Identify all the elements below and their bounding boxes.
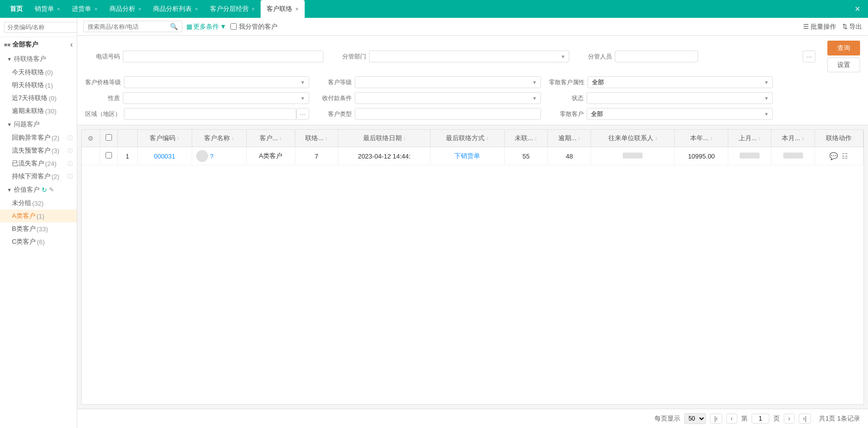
sidebar-search-input[interactable] [4, 22, 77, 33]
retail-customer-select[interactable]: 全部 [587, 108, 773, 120]
help-icon-abnormal: ⓘ [67, 134, 73, 142]
nav-item-goods-analysis-list[interactable]: 商品分析列表 × [147, 0, 204, 18]
area-input[interactable] [124, 108, 296, 120]
page-input[interactable] [752, 414, 769, 424]
my-customers-checkbox[interactable] [230, 23, 237, 30]
sidebar-item-a-class[interactable]: A类客户 (1) [0, 210, 77, 222]
sort-this-month-icon[interactable]: ↕ [802, 136, 804, 141]
sort-last-month-icon[interactable]: ↕ [759, 136, 761, 141]
select-all-checkbox[interactable] [106, 134, 112, 141]
help-icon-churned: ⓘ [67, 160, 73, 167]
per-page-select[interactable]: 50 [684, 413, 706, 424]
refresh-icon[interactable]: ↻ [42, 186, 47, 194]
export-button[interactable]: ⇅ 导出 [842, 22, 862, 31]
sidebar-collapse-btn[interactable]: ‹ [70, 40, 73, 49]
filter-retail-attr: 零散客户属性 全部 ▼ [549, 76, 773, 88]
nature-select-wrapper: ▼ [123, 92, 309, 104]
customer-code-link[interactable]: 000031 [154, 153, 175, 160]
sidebar-item-tomorrow-contact[interactable]: 明天待联络 (1) [0, 79, 77, 92]
search-input[interactable] [88, 23, 170, 30]
retail-customer-select-wrapper: 全部 ▼ [587, 108, 773, 120]
sort-name-icon[interactable]: ↕ [231, 136, 234, 141]
prev-page-btn[interactable]: ‹ [726, 414, 737, 424]
close-purchase-tab[interactable]: × [94, 6, 97, 12]
sidebar-item-today-contact[interactable]: 今天待联络 (0) [0, 66, 77, 79]
query-button[interactable]: 查询 [827, 41, 860, 55]
status-select[interactable] [587, 92, 773, 104]
sidebar-item-overdue-contact[interactable]: 逾期未联络 (30) [0, 105, 77, 117]
nav-item-home[interactable]: 首页 [4, 0, 29, 18]
nature-select[interactable] [123, 92, 309, 104]
pending-contact-group[interactable]: ▼ 待联络客户 [0, 52, 77, 66]
close-customer-contact-tab[interactable]: × [295, 6, 298, 12]
sort-contact-icon[interactable]: ↕ [325, 136, 327, 141]
row-last-month-cell [728, 147, 771, 165]
sidebar-item-b-class[interactable]: B类客户 (33) [0, 222, 77, 235]
main-layout: 🔍 ■■ 全部客户 ‹ ▼ 待联络客户 今天待联络 (0) 明天待联络 (1) … [0, 18, 868, 428]
toolbar-search-icon[interactable]: 🔍 [170, 23, 178, 30]
sort-no-contact-icon[interactable]: ↕ [535, 136, 537, 141]
close-sales-tab[interactable]: × [57, 6, 60, 12]
dept-select[interactable] [369, 51, 570, 62]
nav-item-purchase[interactable]: 进货单 × [66, 0, 103, 18]
settings-button[interactable]: 设置 [827, 57, 860, 72]
sort-date-icon[interactable]: ↕ [403, 136, 406, 141]
sort-method-icon[interactable]: ↕ [486, 136, 488, 141]
grid-action-icon[interactable]: ☷ [842, 152, 848, 160]
sidebar-item-7day-contact[interactable]: 近7天待联络 (0) [0, 92, 77, 105]
help-icon-declining: ⓘ [67, 173, 73, 180]
staff-more-btn[interactable]: ··· [803, 51, 815, 62]
col-type-header: 客户... ↕ [246, 130, 295, 147]
nav-item-customer-tier[interactable]: 客户分层经营 × [204, 0, 261, 18]
contact-method-link[interactable]: 下销货单 [454, 152, 480, 160]
sort-unit-contact-icon[interactable]: ↕ [655, 136, 657, 141]
nav-item-customer-contact[interactable]: 客户联络 × [261, 0, 304, 18]
customer-name-link[interactable]: ? [210, 153, 214, 160]
sidebar-item-c-class[interactable]: C类客户 (6) [0, 235, 77, 248]
close-customer-tier-tab[interactable]: × [252, 6, 255, 12]
nav-item-sales[interactable]: 销货单 × [29, 0, 66, 18]
close-goods-analysis-list-tab[interactable]: × [195, 6, 198, 12]
edit-value-icon[interactable]: ✎ [49, 186, 54, 193]
col-num-header [117, 130, 137, 147]
row-this-month-cell [771, 147, 814, 165]
last-page-btn[interactable]: ›| [799, 414, 811, 424]
phone-input[interactable] [123, 51, 324, 62]
close-all-tabs[interactable]: × [851, 4, 864, 14]
all-customers-header[interactable]: ■■ 全部客户 ‹ [0, 37, 77, 52]
pay-term-select[interactable] [355, 92, 541, 104]
sidebar-item-abnormal-repurchase[interactable]: 回购异常客户 (2) ⓘ [0, 131, 77, 144]
filter-customer-level: 客户等级 ▼ [317, 76, 541, 88]
sort-overdue-icon[interactable]: ↕ [578, 136, 581, 141]
retail-attr-select-wrapper: 全部 ▼ [588, 76, 773, 88]
area-more-btn[interactable]: ··· [296, 108, 309, 120]
table-container: ⚙ 客户编码 ↕ [81, 129, 864, 405]
close-goods-analysis-tab[interactable]: × [138, 6, 141, 12]
price-level-select[interactable] [124, 76, 309, 88]
this-month-placeholder [783, 153, 803, 159]
table-settings-gear[interactable]: ⚙ [88, 135, 94, 142]
pending-arrow-icon: ▼ [7, 56, 12, 62]
row-checkbox[interactable] [106, 152, 112, 159]
sidebar-item-declining[interactable]: 持续下滑客户 (2) ⓘ [0, 170, 77, 183]
toolbar-search: 🔍 [83, 21, 182, 32]
next-page-btn[interactable]: › [784, 414, 795, 424]
staff-input[interactable] [615, 51, 698, 62]
sort-type-icon[interactable]: ↕ [279, 136, 282, 141]
first-page-btn[interactable]: |‹ [710, 414, 722, 424]
sort-code-icon[interactable]: ↕ [177, 136, 179, 141]
sidebar-item-ungrouped[interactable]: 未分组 (32) [0, 197, 77, 210]
sidebar-item-churned[interactable]: 已流失客户 (24) ⓘ [0, 157, 77, 170]
problem-customers-group[interactable]: ▼ 问题客户 [0, 117, 77, 131]
nav-item-goods-analysis[interactable]: 商品分析 × [104, 0, 147, 18]
sidebar-item-churn-warning[interactable]: 流失预警客户 (3) ⓘ [0, 144, 77, 157]
customer-level-select[interactable] [355, 76, 541, 88]
comment-action-icon[interactable]: 💬 [829, 152, 838, 160]
retail-attr-select[interactable]: 全部 [588, 76, 773, 88]
more-filter-btn[interactable]: ▦ 更多条件 ▼ [186, 22, 226, 31]
sort-year-icon[interactable]: ↕ [710, 136, 712, 141]
customer-type-input[interactable] [355, 108, 541, 120]
col-contact-header: 联络... ↕ [295, 130, 338, 147]
value-customers-group[interactable]: ▼ 价值客户 ↻ ✎ [0, 183, 77, 197]
batch-op-button[interactable]: ☰ 批量操作 [803, 22, 836, 31]
